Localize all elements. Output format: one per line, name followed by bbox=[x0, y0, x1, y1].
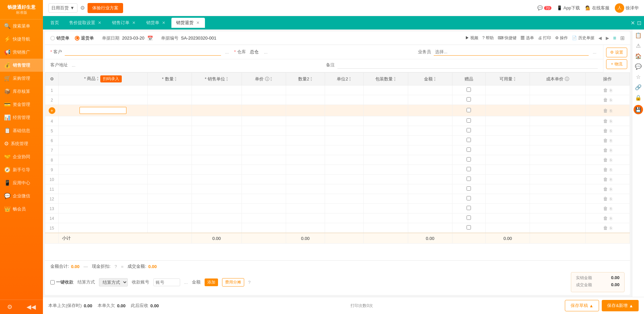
save-draft-btn[interactable]: 保存草稿 ▲ bbox=[565, 300, 599, 311]
gift-checkbox[interactable] bbox=[467, 186, 471, 191]
delete-row-btn[interactable]: 🗑 bbox=[603, 108, 608, 113]
gift-checkbox[interactable] bbox=[467, 118, 471, 123]
tab-price-set[interactable]: 售价提取设置 ✕ bbox=[64, 18, 107, 28]
copy-row-btn[interactable]: ⎘ bbox=[610, 158, 612, 163]
warehouse-more-btn[interactable]: ... bbox=[263, 50, 269, 55]
copy-row-btn[interactable]: ⎘ bbox=[610, 197, 612, 201]
delete-row-btn[interactable]: 🗑 bbox=[603, 138, 608, 143]
next-btn[interactable]: ▶ bbox=[606, 36, 609, 41]
copy-row-btn[interactable]: ⎘ bbox=[610, 216, 612, 221]
sidebar-item-apps[interactable]: 📱 应用中心 bbox=[0, 176, 43, 189]
gift-checkbox[interactable] bbox=[467, 138, 471, 142]
customer-more-btn[interactable]: ... bbox=[224, 50, 230, 55]
date-picker-btn[interactable]: 📅 bbox=[147, 36, 153, 41]
rs-lock-icon[interactable]: 🔒 bbox=[635, 95, 642, 101]
shortcut-btn[interactable]: ⌨ 快捷键 bbox=[498, 35, 517, 41]
copy-row-btn[interactable]: ⎘ bbox=[610, 109, 612, 113]
rs-chat-icon[interactable]: 💬 bbox=[635, 63, 642, 70]
copy-row-btn[interactable]: ⎘ bbox=[610, 129, 612, 133]
settings-btn[interactable]: ⚙ 设置 bbox=[606, 48, 627, 57]
gift-checkbox[interactable] bbox=[467, 196, 471, 200]
tab-sales-delivery[interactable]: 销货单 ✕ bbox=[142, 18, 171, 28]
rs-star-icon[interactable]: ☆ bbox=[636, 74, 641, 80]
list-view-btn[interactable]: ≡ bbox=[613, 35, 616, 41]
gift-checkbox[interactable] bbox=[467, 97, 471, 102]
customer-input[interactable] bbox=[65, 48, 221, 56]
fee-help-icon[interactable]: ? bbox=[248, 280, 251, 285]
copy-row-btn[interactable]: ⎘ bbox=[610, 88, 612, 93]
tab-sales-order[interactable]: 销售订单 ✕ bbox=[107, 18, 141, 28]
sidebar-item-search[interactable]: 🔍 搜索菜单 bbox=[0, 19, 43, 33]
gift-checkbox[interactable] bbox=[467, 87, 471, 92]
user-menu[interactable]: 人 徐泽华 bbox=[615, 3, 639, 13]
radio-sales[interactable]: 销货单 bbox=[50, 35, 69, 41]
topbar-gear-btn[interactable]: ⚙ bbox=[80, 5, 85, 11]
gift-checkbox[interactable] bbox=[467, 177, 471, 181]
rs-save-icon[interactable]: 💾 bbox=[634, 105, 643, 114]
sidebar-item-finance[interactable]: 💳 资金管理 bbox=[0, 98, 43, 111]
rs-clipboard-icon[interactable]: 📋 bbox=[635, 32, 642, 39]
scan-btn[interactable]: 扫码录入 bbox=[100, 75, 122, 82]
add-btn[interactable]: 添加 bbox=[205, 278, 218, 286]
tab-sales-return[interactable]: 销货退货 ✕ bbox=[171, 18, 205, 28]
sidebar-settings-btn[interactable]: ⚙ bbox=[7, 303, 12, 311]
delete-row-btn[interactable]: 🗑 bbox=[603, 177, 608, 182]
sidebar-item-marketing[interactable]: 📢 营销推广 bbox=[0, 46, 43, 59]
copy-row-btn[interactable]: ⎘ bbox=[610, 119, 612, 124]
daily-goods-select[interactable]: 日用百货 ▼ bbox=[48, 3, 77, 13]
copy-row-btn[interactable]: ⎘ bbox=[610, 98, 612, 103]
delete-row-btn[interactable]: 🗑 bbox=[603, 97, 608, 103]
logistics-btn[interactable]: + 物流 bbox=[606, 59, 627, 69]
sidebar-item-basic[interactable]: 📋 基础信息 bbox=[0, 124, 43, 137]
tab-expand[interactable]: ⊡ bbox=[637, 20, 641, 26]
goods-input[interactable] bbox=[79, 107, 126, 114]
sidebar-item-inventory[interactable]: 📦 库存核算 bbox=[0, 85, 43, 98]
delete-row-btn[interactable]: 🗑 bbox=[603, 87, 608, 93]
sidebar-item-shortcut[interactable]: ⚡ 快捷导航 bbox=[0, 33, 43, 46]
address-more-btn[interactable]: ... bbox=[70, 63, 77, 68]
help-btn[interactable]: ? 帮助 bbox=[482, 35, 494, 41]
delete-row-btn[interactable]: 🗑 bbox=[603, 167, 608, 172]
rs-link-icon[interactable]: 🔗 bbox=[635, 84, 642, 90]
delete-row-btn[interactable]: 🗑 bbox=[603, 118, 608, 124]
online-service-btn[interactable]: 💁 在线客服 bbox=[585, 5, 609, 11]
radio-return[interactable]: 退货单 bbox=[75, 35, 94, 41]
operation-btn[interactable]: ⚙ 操作 bbox=[555, 35, 568, 41]
sidebar-item-sales[interactable]: 💰 销售管理 bbox=[0, 59, 43, 72]
tab-sales-return-close[interactable]: ✕ bbox=[196, 20, 200, 25]
grid-view-btn[interactable]: ⊞ bbox=[620, 35, 625, 41]
amount-dots[interactable]: ... bbox=[184, 280, 188, 285]
copy-row-btn[interactable]: ⎘ bbox=[610, 168, 612, 172]
delete-row-btn[interactable]: 🗑 bbox=[603, 196, 608, 201]
prev-btn[interactable]: ◀ bbox=[598, 36, 602, 41]
copy-row-btn[interactable]: ⎘ bbox=[610, 187, 612, 192]
video-btn[interactable]: ▶ 视频 bbox=[465, 35, 478, 41]
payment-checkbox[interactable] bbox=[50, 280, 55, 285]
gift-checkbox[interactable] bbox=[467, 147, 471, 152]
app-download-btn[interactable]: 📱 App下载 bbox=[557, 5, 580, 11]
message-btn[interactable]: 💬 70 bbox=[537, 5, 551, 10]
tab-price-set-close[interactable]: ✕ bbox=[97, 20, 102, 25]
staff-more-btn[interactable]: ... bbox=[591, 50, 598, 55]
sidebar-collapse-btn[interactable]: ◀◀ bbox=[26, 303, 36, 311]
delete-row-btn[interactable]: 🗑 bbox=[603, 215, 608, 221]
select-btn[interactable]: ☰ 选单 bbox=[521, 35, 534, 41]
save-new-btn[interactable]: 保存&新增 ▲ bbox=[602, 300, 639, 311]
gift-checkbox[interactable] bbox=[467, 206, 471, 210]
fee-btn[interactable]: 费用分摊 bbox=[222, 278, 244, 287]
tab-sales-delivery-close[interactable]: ✕ bbox=[161, 20, 166, 25]
gift-checkbox[interactable] bbox=[467, 157, 471, 162]
copy-row-btn[interactable]: ⎘ bbox=[610, 226, 612, 231]
delete-row-btn[interactable]: 🗑 bbox=[603, 225, 608, 231]
copy-row-btn[interactable]: ⎘ bbox=[610, 206, 612, 211]
add-row-btn[interactable]: + bbox=[49, 107, 55, 114]
gift-checkbox[interactable] bbox=[467, 215, 471, 220]
gift-checkbox[interactable] bbox=[467, 225, 471, 230]
calc-method-select[interactable]: 结算方式 bbox=[99, 278, 128, 287]
gift-checkbox[interactable] bbox=[467, 167, 471, 171]
tab-sales-order-close[interactable]: ✕ bbox=[131, 20, 136, 25]
tab-close-window[interactable]: ✕ bbox=[631, 20, 635, 26]
staff-input[interactable] bbox=[434, 48, 589, 56]
account-input[interactable] bbox=[153, 278, 180, 286]
rs-warning-icon[interactable]: ⚠ bbox=[636, 43, 641, 49]
